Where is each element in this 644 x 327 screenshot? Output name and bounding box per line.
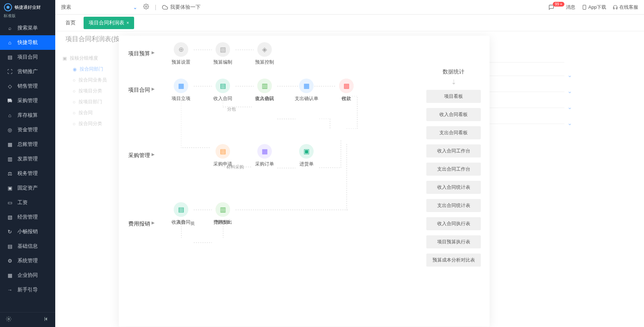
stats-link[interactable]: 预算成本分析对比表: [426, 254, 481, 267]
contract-out-icon: ▥: [257, 79, 272, 93]
doc-icon: ▤: [7, 54, 13, 60]
phone-icon: [582, 5, 587, 10]
sidebar-item-label: 经营管理: [17, 214, 38, 220]
search-mode-select[interactable]: 搜素 ⌄: [61, 4, 137, 11]
sidebar-item-sys[interactable]: ⚙系统管理: [0, 254, 55, 268]
sidebar-item-label: 小畅报销: [17, 228, 38, 235]
node-expense-contract[interactable]: ▥支出合同: [252, 79, 277, 102]
biz-icon: ▧: [7, 214, 13, 220]
sidebar-item-cube[interactable]: ◇销售管理: [0, 79, 55, 93]
tab-项目合同利润表[interactable]: 项目合同利润表×: [84, 17, 134, 29]
download-button[interactable]: App下载: [582, 4, 606, 11]
service-button[interactable]: 在线客服: [613, 4, 638, 11]
sidebar-item-tax[interactable]: ⚖税务管理: [0, 166, 55, 181]
select-input[interactable]: ⌄: [481, 120, 572, 127]
select-input[interactable]: ⌄: [481, 104, 572, 111]
stats-link[interactable]: 项目预算执行表: [426, 235, 481, 248]
sidebar-item-gift[interactable]: ⛶营销推广: [0, 64, 55, 79]
node-purchase-order[interactable]: ▦采购订单: [252, 144, 277, 167]
sidebar-item-compass[interactable]: ⌂快捷导航: [0, 35, 55, 50]
messages-button[interactable]: 99 + 消息: [548, 4, 575, 11]
search-mode-label: 搜素: [61, 4, 71, 11]
sidebar: 畅捷通好业财 标准版 ⌕搜索菜单⌂快捷导航▤项目合同⛶营销推广◇销售管理⛟采购管…: [0, 0, 55, 327]
section-label[interactable]: 费用报销▶: [128, 202, 165, 264]
section-label[interactable]: 项目预算▶: [128, 42, 165, 71]
stats-column: 数据统计 ⇣ 项目看板收入合同看板支出合同看板收入合同工作台支出合同工作台收入合…: [426, 68, 481, 272]
cart-icon: ⛟: [7, 97, 13, 104]
node-budget-setting[interactable]: ⊕预算设置: [168, 42, 194, 65]
section-label[interactable]: 采购管理▶: [128, 144, 165, 191]
message-badge: 99 +: [553, 2, 564, 7]
sys-icon: ⚙: [7, 258, 13, 264]
sidebar-footer: [0, 312, 55, 327]
radio-icon: ○: [73, 77, 76, 83]
node-income-contract-2[interactable]: ▤收入合同: [168, 202, 194, 226]
compass-icon: ⌂: [7, 39, 13, 46]
sidebar-item-label: 项目合同: [17, 54, 38, 60]
sidebar-item-label: 资金管理: [17, 127, 38, 133]
order-icon: ▦: [257, 144, 272, 159]
sidebar-item-coin[interactable]: ◎资金管理: [0, 123, 55, 137]
stats-link[interactable]: 项目看板: [426, 90, 481, 103]
tabbar: 首页项目合同利润表×: [55, 15, 644, 31]
sidebar-item-label: 税务管理: [17, 170, 38, 177]
node-reimburse[interactable]: ▥报销单: [210, 202, 236, 226]
chevron-right-icon: ▶: [152, 152, 154, 157]
headset-icon: [613, 5, 618, 10]
sidebar-item-cart[interactable]: ⛟采购管理: [0, 93, 55, 108]
node-budget-compile[interactable]: ▧预算编制: [210, 42, 236, 65]
close-icon[interactable]: ×: [126, 20, 129, 25]
sidebar-item-biz[interactable]: ▧经营管理: [0, 210, 55, 224]
invoice-icon: ▥: [7, 156, 13, 162]
node-budget-control[interactable]: ◈预算控制: [252, 42, 277, 65]
sidebar-item-search[interactable]: ⌕搜索菜单: [0, 21, 55, 35]
sidebar-item-report[interactable]: ↻小畅报销: [0, 224, 55, 239]
chevron-down-icon: ⌄: [567, 120, 572, 127]
collapse-sidebar-icon[interactable]: [44, 316, 49, 323]
sidebar-item-doc[interactable]: ▤项目合同: [0, 50, 55, 64]
sidebar-item-label: 发票管理: [17, 156, 38, 162]
sidebar-item-house[interactable]: ⌂库存核算: [0, 108, 55, 123]
report-icon: ↻: [7, 228, 13, 235]
chevron-right-icon: ▶: [152, 87, 154, 91]
ent-icon: ▦: [7, 272, 13, 279]
radio-icon: ○: [73, 88, 76, 94]
sidebar-item-invoice[interactable]: ▥发票管理: [0, 152, 55, 166]
stats-link[interactable]: 支出合同统计表: [426, 199, 481, 212]
stats-link[interactable]: 收入合同看板: [426, 108, 481, 121]
stats-link[interactable]: 收入合同工作台: [426, 144, 481, 157]
main: 项目合同利润表(按合同部门) ▣按核分组维度 ◉按合同部门○按合同业务员○按项目…: [55, 31, 644, 327]
sidebar-item-guide[interactable]: →新手引导: [0, 283, 55, 297]
node-goods-in[interactable]: ▣进货单: [294, 144, 319, 167]
select-input[interactable]: ⌄: [481, 72, 572, 79]
sidebar-item-label: 销售管理: [17, 83, 38, 89]
select-input[interactable]: ⌄: [481, 88, 572, 95]
stats-link[interactable]: 支出合同工作台: [426, 163, 481, 176]
sidebar-item-label: 总账管理: [17, 141, 38, 148]
reimburse-icon: ▥: [216, 202, 230, 217]
stats-link[interactable]: 收入合同统计表: [426, 181, 481, 194]
sidebar-item-info[interactable]: ▤基础信息: [0, 239, 55, 254]
shield-icon: ◈: [257, 42, 272, 57]
gear-icon[interactable]: [6, 316, 12, 323]
nav: ⌕搜索菜单⌂快捷导航▤项目合同⛶营销推广◇销售管理⛟采购管理⌂库存核算◎资金管理…: [0, 21, 55, 312]
try-button[interactable]: 我要体验一下: [162, 4, 201, 11]
gear-icon[interactable]: [143, 4, 149, 11]
stats-link[interactable]: 收入合同执行表: [426, 217, 481, 230]
text-input[interactable]: —: [481, 55, 564, 63]
sidebar-item-asset[interactable]: ▣固定资产: [0, 181, 55, 195]
contract-icon: ▤: [174, 202, 188, 217]
svg-point-1: [7, 6, 9, 9]
goods-icon: ▣: [299, 144, 314, 159]
sidebar-item-salary[interactable]: ▭工资: [0, 195, 55, 210]
section-label[interactable]: 项目合同▶: [128, 79, 165, 144]
cube-icon: ◇: [7, 83, 13, 89]
gift-icon: ⛶: [7, 68, 13, 75]
contract-icon: ▤: [216, 79, 230, 93]
node-expense-confirm[interactable]: ▦支出确认单: [294, 79, 319, 102]
tab-首页[interactable]: 首页: [60, 17, 81, 29]
stats-link[interactable]: 支出合同看板: [426, 126, 481, 139]
sidebar-item-ent[interactable]: ▦企业协同: [0, 268, 55, 283]
sidebar-item-ledger[interactable]: ▦总账管理: [0, 137, 55, 152]
cloud-icon: [162, 4, 168, 10]
